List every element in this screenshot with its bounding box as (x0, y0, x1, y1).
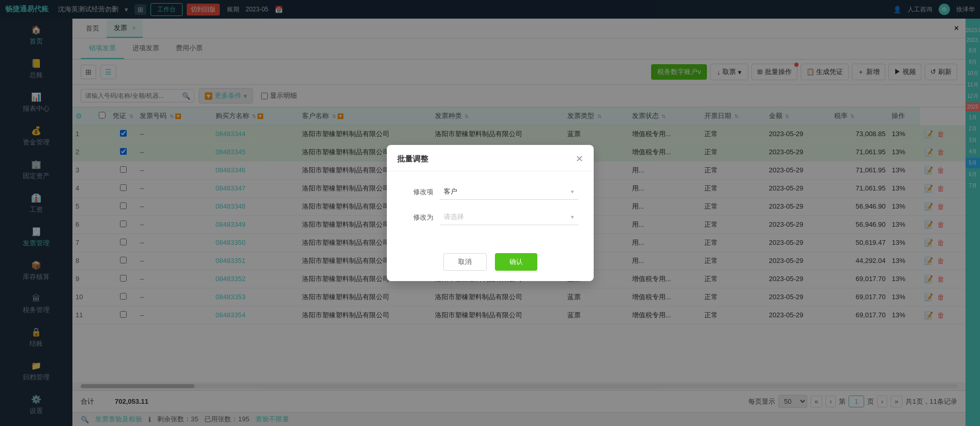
modal-title: 批量调整 (397, 154, 428, 164)
batch-adjust-modal: 批量调整 ✕ 修改项 客户 ▾ 修改为 请选择 ▾ 取消 确认 (387, 145, 594, 281)
modal-modify-item-row: 修改项 客户 ▾ (402, 184, 578, 200)
modal-close-btn[interactable]: ✕ (576, 153, 583, 165)
modal-overlay[interactable]: 批量调整 ✕ 修改项 客户 ▾ 修改为 请选择 ▾ 取消 确认 (0, 0, 980, 426)
modify-to-placeholder: 请选择 (444, 212, 464, 222)
modify-to-arrow-icon: ▾ (571, 214, 574, 221)
modify-to-select[interactable]: 请选择 ▾ (440, 209, 578, 225)
modal-modify-to-row: 修改为 请选择 ▾ (402, 209, 578, 225)
modify-item-value: 客户 (444, 187, 457, 196)
modify-item-arrow-icon: ▾ (571, 188, 574, 195)
modal-header: 批量调整 ✕ (387, 145, 594, 171)
modal-footer: 取消 确认 (387, 247, 594, 281)
modal-body: 修改项 客户 ▾ 修改为 请选择 ▾ (387, 171, 594, 247)
modify-item-select[interactable]: 客户 ▾ (440, 184, 578, 200)
modify-item-label: 修改项 (402, 187, 433, 197)
confirm-btn[interactable]: 确认 (495, 253, 537, 271)
cancel-btn[interactable]: 取消 (443, 253, 487, 271)
modify-to-label: 修改为 (402, 213, 433, 222)
